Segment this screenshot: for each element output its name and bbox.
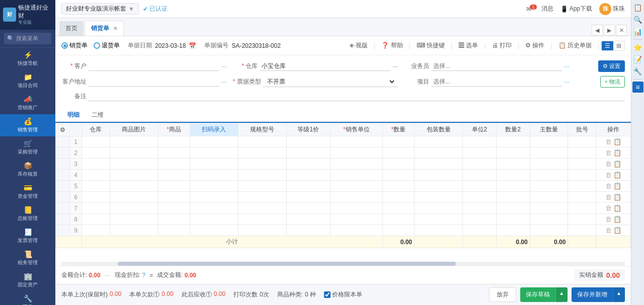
row7-copy-icon[interactable]: 📋 [613, 204, 621, 212]
toolbar-help-btn[interactable]: ❓ 帮助 [377, 40, 407, 51]
col-grade-price[interactable]: 等级1价 [286, 123, 330, 136]
col-spec[interactable]: 规格型号 [238, 123, 286, 136]
help-icon[interactable]: ? [142, 271, 145, 279]
col-warehouse[interactable]: 仓库 [82, 123, 110, 136]
col-sales-unit[interactable]: *销售单位 [330, 123, 382, 136]
toolbar-ops-btn[interactable]: ⚙ 操作 [521, 40, 548, 51]
view-grid-btn[interactable]: ⊞ [613, 41, 624, 50]
toolbar-shortcut-btn[interactable]: ⌨ 快捷键 [413, 40, 449, 51]
company-select[interactable]: 好业财专业版演示帐套 ▼ [61, 3, 139, 15]
tab-prev-button[interactable]: ◀ [592, 25, 603, 36]
col-batch[interactable]: 批号 [568, 123, 596, 136]
col-main-qty[interactable]: 主数量 [530, 123, 568, 136]
row7-delete-icon[interactable]: 🗑 [605, 204, 612, 212]
row1-delete-icon[interactable]: 🗑 [605, 138, 612, 145]
row4-copy-icon[interactable]: 📋 [613, 171, 621, 179]
invoice-type-select[interactable]: 不开票 [265, 78, 396, 86]
row2-grade-price[interactable] [286, 147, 330, 159]
price-policy-check[interactable]: 价格限本单 [324, 290, 362, 299]
row2-unit2[interactable] [462, 147, 496, 159]
col-product-img[interactable]: 商品图片 [110, 123, 158, 136]
row1-product-img[interactable] [110, 136, 158, 147]
user-area[interactable]: 珠 珠珠 [599, 3, 625, 15]
row2-quick-entry[interactable] [190, 147, 238, 159]
row9-delete-icon[interactable]: 🗑 [605, 226, 612, 234]
sidebar-item-purchase[interactable]: 🛒 采购管理 [0, 136, 55, 159]
sidebar-item-capital[interactable]: 💳 资金管理 [0, 181, 55, 203]
sidebar-item-quick-nav[interactable]: ⚡ 快捷导航 [0, 48, 55, 70]
notes-input[interactable] [89, 92, 625, 101]
row2-product[interactable] [158, 147, 190, 159]
right-panel-btn-5[interactable]: 📝 [632, 54, 643, 65]
tab-close-button[interactable]: ✕ [616, 25, 627, 36]
toolbar-history-btn[interactable]: 📋 历史单据 [554, 40, 596, 51]
customer-addr-input[interactable] [89, 77, 219, 87]
col-unit2[interactable]: 单位2 [462, 123, 496, 136]
salesperson-input[interactable] [431, 61, 562, 71]
row2-qty2[interactable] [496, 147, 530, 159]
col-qty2[interactable]: 数量2 [496, 123, 530, 136]
row5-copy-icon[interactable]: 📋 [613, 182, 621, 190]
warehouse-input[interactable]: 小宝仓库 [260, 61, 390, 71]
setup-button[interactable]: ⚙ 设置 [598, 60, 625, 72]
row2-sales-unit[interactable] [330, 147, 382, 159]
row1-pack-qty[interactable] [415, 136, 463, 147]
row1-quantity[interactable] [382, 136, 414, 147]
col-gear[interactable]: ⚙ [56, 123, 70, 136]
sidebar-item-accounting[interactable]: 📒 总账管理 [0, 203, 55, 225]
row5-delete-icon[interactable]: 🗑 [605, 182, 612, 190]
tab-next-button[interactable]: ▶ [604, 25, 615, 36]
sidebar-item-marketing[interactable]: 📣 营销推广 [0, 92, 55, 114]
row1-product[interactable] [158, 136, 190, 147]
col-quantity[interactable]: *数量 [382, 123, 414, 136]
radio-sales-order[interactable]: 销货单 [61, 41, 88, 50]
calendar-icon[interactable]: 📅 [189, 42, 196, 49]
search-menu[interactable]: 🔍 搜索菜单 [4, 33, 51, 44]
row3-delete-icon[interactable]: 🗑 [605, 160, 612, 168]
table-scrollbar[interactable] [61, 262, 625, 266]
row8-copy-icon[interactable]: 📋 [613, 215, 621, 223]
salesperson-more-icon[interactable]: ··· [564, 62, 570, 70]
toolbar-select-btn[interactable]: ☰ 选单 [454, 40, 482, 51]
row1-warehouse[interactable] [82, 136, 110, 147]
radio-return-order[interactable]: 退货单 [94, 41, 120, 50]
row2-product-img[interactable] [110, 147, 158, 159]
col-quick-entry[interactable]: 扫码录入 [190, 123, 238, 136]
save-new-main[interactable]: 保存并新增 [572, 287, 613, 302]
row1-sales-unit[interactable] [330, 136, 382, 147]
row6-delete-icon[interactable]: 🗑 [605, 193, 612, 201]
row1-unit2[interactable] [462, 136, 496, 147]
col-product[interactable]: *商品 [158, 123, 190, 136]
save-new-arrow[interactable]: ▲ [613, 287, 625, 302]
row9-copy-icon[interactable]: 📋 [613, 226, 621, 234]
scrollbar-thumb[interactable] [118, 262, 456, 266]
row1-batch[interactable] [568, 136, 596, 147]
row4-delete-icon[interactable]: 🗑 [605, 171, 612, 179]
row2-pack-qty[interactable] [415, 147, 463, 159]
col-pack-qty[interactable]: 包装数量 [415, 123, 463, 136]
discard-button[interactable]: 放弃 [489, 287, 516, 302]
sidebar-item-project[interactable]: 📁 项目合同 [0, 70, 55, 92]
right-panel-btn-7[interactable]: ≡ [632, 82, 643, 93]
row1-copy-icon[interactable]: 📋 [613, 138, 621, 145]
row3-copy-icon[interactable]: 📋 [613, 160, 621, 168]
right-panel-btn-2[interactable]: 🔍 [632, 14, 643, 25]
row2-spec[interactable] [238, 147, 286, 159]
warehouse-more-icon[interactable]: ··· [392, 62, 398, 70]
toolbar-view-btn[interactable]: 👁 视版 [345, 40, 372, 51]
row2-main-qty[interactable] [530, 147, 568, 159]
save-draft-button[interactable]: 保存草稿 ▲ [520, 287, 568, 302]
row1-grade-price[interactable] [286, 136, 330, 147]
customer-input[interactable] [89, 61, 219, 71]
right-panel-btn-6[interactable]: 🔧 [632, 66, 643, 77]
save-draft-main[interactable]: 保存草稿 [520, 287, 555, 302]
view-list-btn[interactable]: ☰ [602, 41, 613, 50]
customer-more-icon[interactable]: ··· [221, 62, 227, 70]
addr-more-icon[interactable]: ··· [221, 78, 227, 86]
row2-quantity[interactable] [382, 147, 414, 159]
tab-sales[interactable]: 销货单 ✕ [85, 21, 124, 36]
tab-home[interactable]: 首页 [59, 21, 84, 36]
toolbar-print-btn[interactable]: 🖨 打印 [488, 40, 516, 51]
tab-2d[interactable]: 二维 [86, 108, 110, 122]
row2-batch[interactable] [568, 147, 596, 159]
